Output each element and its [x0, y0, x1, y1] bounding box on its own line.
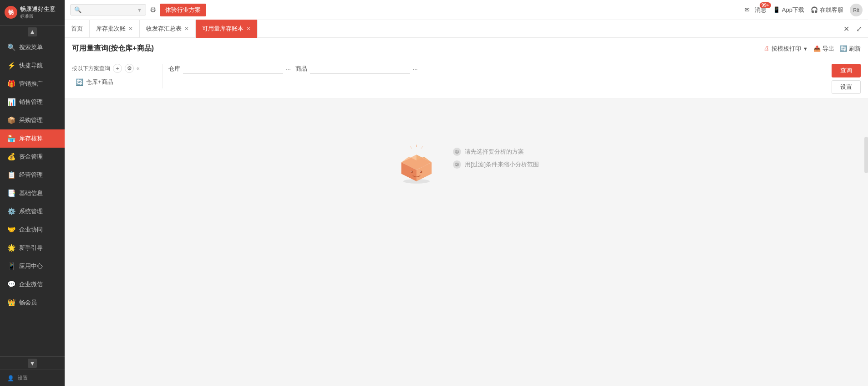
star-icon: 🌟 [7, 244, 15, 252]
sidebar-footer-icon: 👤 [7, 375, 14, 381]
refresh-btn[interactable]: 🔄 刷新 [840, 45, 861, 53]
query-scheme: 按以下方案查询 ＋ ⚙ « 🔄 仓库+商品 [72, 64, 163, 88]
topbar-search-input[interactable] [84, 7, 134, 13]
query-scheme-title: 按以下方案查询 ＋ ⚙ « [72, 64, 157, 73]
empty-hints: ① 请先选择要分析的方案 ② 用[过滤]条件来缩小分析范围 [453, 148, 539, 169]
messages-badge: 99+ [760, 2, 771, 8]
topbar-settings-icon[interactable]: ⚙ [150, 5, 156, 14]
download-icon: 📱 [773, 6, 780, 13]
tab-batch-ledger[interactable]: 库存批次账 ✕ [90, 20, 140, 38]
chevron-down-icon[interactable]: ▼ [137, 7, 142, 13]
sidebar-item-operations[interactable]: 📋 经营管理 [0, 166, 65, 184]
svg-point-7 [420, 171, 422, 173]
user-avatar[interactable]: Rit [850, 4, 863, 16]
sidebar-item-enterprise[interactable]: 🤝 企业协同 [0, 221, 65, 239]
sidebar-item-base[interactable]: 📑 基础信息 [0, 184, 65, 202]
refresh-icon: 🔄 [840, 45, 847, 52]
sidebar-item-purchase[interactable]: 📦 采购管理 [0, 111, 65, 129]
chevron-down-icon[interactable]: ▼ [803, 46, 808, 51]
topbar-search-box[interactable]: 🔍 ▼ [70, 4, 146, 15]
sidebar-item-apps[interactable]: 📱 应用中心 [0, 257, 65, 275]
tab-batch-ledger-close[interactable]: ✕ [128, 26, 133, 32]
sidebar-scroll-down[interactable]: ▼ [28, 359, 37, 368]
box-icon: 📦 [7, 116, 15, 124]
sidebar-item-funds[interactable]: 💰 资金管理 [0, 148, 65, 166]
sidebar-nav: 🔍 搜索菜单 ⚡ 快捷导航 🎁 营销推广 📊 销售管理 📦 采购管理 🏪 库存核… [0, 38, 65, 356]
product-label: 商品 [295, 65, 307, 73]
app-download-btn[interactable]: 📱 App下载 [773, 6, 804, 14]
print-icon: 🖨 [764, 45, 770, 52]
warehouse-input[interactable] [183, 64, 283, 74]
warehouse-label: 仓库 [168, 65, 180, 73]
main-area: 🔍 ▼ ⚙ 体验行业方案 ✉ 99+ 消息 📱 App下载 🎧 在线客服 Rit [65, 0, 868, 386]
chat-icon: 💬 [7, 280, 15, 288]
filter-product: 商品 ··· [295, 64, 418, 74]
svg-point-6 [411, 171, 413, 173]
print-btn[interactable]: 🖨 按模板打印 ▼ [764, 45, 808, 53]
sidebar-item-wechat[interactable]: 💬 企业微信 [0, 275, 65, 293]
chart-icon: 📊 [7, 98, 15, 106]
scheme-item-warehouse-product[interactable]: 🔄 仓库+商品 [72, 76, 157, 88]
document-icon: 📑 [7, 189, 15, 197]
query-area: 按以下方案查询 ＋ ⚙ « 🔄 仓库+商品 仓库 ··· 商品 [65, 59, 868, 99]
export-btn[interactable]: 📤 导出 [813, 45, 834, 53]
filter-settings-btn[interactable]: 设置 [832, 80, 861, 94]
sidebar-item-sales[interactable]: 📊 销售管理 [0, 93, 65, 111]
page-header-actions: 🖨 按模板打印 ▼ 📤 导出 🔄 刷新 [764, 45, 861, 53]
sidebar-scroll-up[interactable]: ▲ [28, 27, 37, 36]
clipboard-icon: 📋 [7, 171, 15, 179]
add-scheme-btn[interactable]: ＋ [113, 64, 122, 73]
query-actions: 查询 设置 [826, 64, 861, 94]
tab-home[interactable]: 首页 [65, 20, 90, 38]
svg-line-12 [410, 146, 412, 148]
tab-receipt-summary-close[interactable]: ✕ [184, 26, 189, 32]
tab-available-ledger[interactable]: 可用量库存账本 ✕ [196, 20, 258, 38]
hint-item-2: ② 用[过滤]条件来缩小分析范围 [453, 160, 539, 169]
scheme-settings-btn[interactable]: ⚙ [125, 64, 134, 73]
sidebar-footer-text: 设置 [18, 375, 28, 381]
svg-point-9 [420, 171, 421, 172]
app-name: 畅康通好生意 [20, 5, 56, 13]
empty-state: ① 请先选择要分析的方案 ② 用[过滤]条件来缩小分析范围 [65, 99, 868, 217]
sidebar-item-member[interactable]: 👑 畅会员 [0, 293, 65, 312]
close-window-icon[interactable]: ✕ [841, 23, 852, 34]
query-btn[interactable]: 查询 [832, 64, 861, 77]
tab-receipt-summary[interactable]: 收发存汇总表 ✕ [140, 20, 196, 38]
app-logo: 畅 [5, 6, 17, 19]
hint-num-1: ① [453, 148, 461, 156]
hint-num-2: ② [453, 160, 461, 169]
maximize-icon[interactable]: ⤢ [853, 23, 864, 34]
sidebar-item-inventory[interactable]: 🏪 库存核算 [0, 129, 65, 148]
tab-available-ledger-close[interactable]: ✕ [246, 26, 251, 32]
page-header: 可用量查询(按仓库+商品) 🖨 按模板打印 ▼ 📤 导出 🔄 刷新 [65, 38, 868, 59]
collapse-icon[interactable]: « [137, 65, 140, 72]
app-edition: 标准版 [20, 13, 56, 20]
hint-text-2: 用[过滤]条件来缩小分析范围 [465, 160, 539, 169]
handshake-icon: 🤝 [7, 226, 15, 234]
page-content: 可用量查询(按仓库+商品) 🖨 按模板打印 ▼ 📤 导出 🔄 刷新 [65, 38, 868, 386]
sidebar-item-newbie[interactable]: 🌟 新手引导 [0, 239, 65, 257]
messages-btn[interactable]: ✉ 99+ 消息 [745, 6, 766, 14]
hint-text-1: 请先选择要分析的方案 [465, 148, 524, 156]
gift-icon: 🎁 [7, 80, 15, 88]
warehouse-more-btn[interactable]: ··· [286, 66, 291, 72]
trial-btn[interactable]: 体验行业方案 [160, 4, 206, 16]
product-input[interactable] [310, 64, 410, 74]
sidebar-item-search[interactable]: 🔍 搜索菜单 [0, 38, 65, 57]
search-icon: 🔍 [74, 6, 81, 13]
empty-illustration [394, 135, 439, 181]
scrollbar-thumb[interactable] [864, 137, 868, 173]
sidebar-item-system[interactable]: ⚙️ 系统管理 [0, 202, 65, 221]
headset-icon: 🎧 [811, 6, 818, 13]
sidebar-item-quick-nav[interactable]: ⚡ 快捷导航 [0, 57, 65, 75]
export-icon: 📤 [813, 45, 821, 52]
mobile-icon: 📱 [7, 262, 15, 270]
online-service-btn[interactable]: 🎧 在线客服 [811, 6, 843, 14]
tabsbar-end: ✕ ⤢ [837, 23, 868, 34]
sidebar-footer: 👤 设置 [0, 370, 65, 386]
product-more-btn[interactable]: ··· [413, 66, 418, 72]
sidebar-item-marketing[interactable]: 🎁 营销推广 [0, 75, 65, 93]
scheme-item-icon: 🔄 [76, 78, 83, 86]
svg-point-8 [411, 171, 411, 172]
topbar: 🔍 ▼ ⚙ 体验行业方案 ✉ 99+ 消息 📱 App下载 🎧 在线客服 Rit [65, 0, 868, 20]
